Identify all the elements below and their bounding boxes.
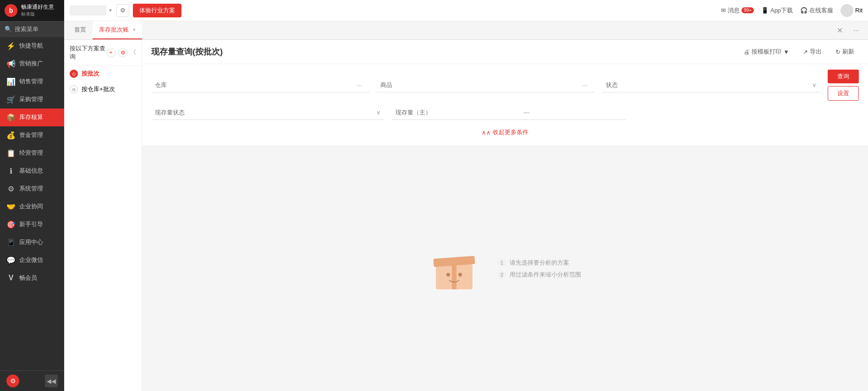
sidebar-item-label: 新手引导 (19, 220, 43, 228)
query-btn[interactable]: 查询 (828, 70, 859, 83)
tab-close-window-btn[interactable]: ✕ (831, 22, 848, 38)
inventory-amount-label: 现存量（主） (396, 109, 431, 117)
main-area: ▼ ⚙ 体验行业方案 ✉ 消息 99+ 📱 App下载 🎧 在线客服 Rit (64, 0, 868, 391)
online-service-btn[interactable]: 🎧 在线客服 (800, 6, 833, 15)
sidebar-settings-button[interactable]: ⚙ (6, 375, 19, 387)
empty-illustration (429, 244, 479, 294)
sidebar-item-system[interactable]: ⚙ 系统管理 (0, 180, 64, 198)
set-btn[interactable]: 设置 (828, 86, 859, 101)
sidebar-search[interactable]: 🔍 搜索菜单 (0, 22, 64, 37)
content-area: 按以下方案查询 + ⚙ 《 ⊙ 按批次 ⊙ 按仓库+批次 现存量查询(按批次) (64, 40, 868, 391)
tab-close-icon[interactable]: × (132, 27, 136, 33)
sidebar-item-label: 营销推广 (19, 60, 43, 68)
sidebar-item-newbie[interactable]: 🎯 新手引导 (0, 216, 64, 234)
tab-inventory-batch[interactable]: 库存批次账 × (93, 21, 142, 39)
quick-nav-icon: ⚡ (6, 42, 16, 50)
add-plan-btn[interactable]: + (106, 48, 115, 57)
status-input[interactable] (618, 78, 812, 92)
sidebar-item-sales[interactable]: 📊 销售管理 (0, 73, 64, 91)
inventory-status-filter: 现存量状态 ∨ (151, 105, 385, 120)
breadcrumb-chevron-icon: ▼ (108, 8, 113, 13)
wechat-icon: 💬 (6, 256, 16, 265)
export-icon: ↗ (803, 49, 808, 55)
sidebar-item-label: 资金管理 (19, 131, 43, 139)
print-btn[interactable]: 🖨 按模板打印 ▼ (739, 45, 794, 58)
filter-row-2: 现存量状态 ∨ 现存量（主） — (151, 105, 859, 120)
avatar-circle (841, 4, 853, 17)
hint-text-1: 请先选择要分析的方案 (510, 259, 569, 267)
refresh-btn[interactable]: ↻ 刷新 (831, 45, 859, 58)
hint-item-2: 2 用过滤条件来缩小分析范围 (498, 271, 581, 279)
operations-icon: 📋 (6, 149, 16, 157)
sidebar-item-label: 库存核算 (19, 113, 43, 121)
sidebar-item-label: 应用中心 (19, 238, 43, 246)
sidebar-item-label: 快捷导航 (19, 42, 43, 50)
warehouse-input[interactable] (167, 78, 353, 92)
empty-state: 1 请先选择要分析的方案 2 用过滤条件来缩小分析范围 (142, 146, 868, 391)
app-download-btn[interactable]: 📱 App下载 (761, 6, 793, 15)
export-btn[interactable]: ↗ 导出 (798, 45, 826, 58)
warehouse-filter: 仓库 ··· (151, 78, 369, 92)
finance-icon: 💰 (6, 131, 16, 140)
product-filter: 商品 ··· (377, 78, 595, 92)
sidebar-item-wechat[interactable]: 💬 企业微信 (0, 251, 64, 269)
sidebar-item-app-center[interactable]: 📱 应用中心 (0, 234, 64, 251)
sidebar-item-label: 基础信息 (19, 167, 43, 175)
sidebar-item-vip[interactable]: V 畅会员 (0, 269, 64, 287)
sidebar-item-inventory[interactable]: 📦 库存核算 (0, 109, 64, 126)
marketing-icon: 📢 (6, 60, 16, 68)
sidebar-item-label: 采购管理 (19, 95, 43, 103)
sidebar-item-marketing[interactable]: 📢 营销推广 (0, 55, 64, 73)
inventory-status-input[interactable] (185, 105, 376, 120)
sidebar-nav: ⚡ 快捷导航 📢 营销推广 📊 销售管理 🛒 采购管理 📦 库存核算 💰 资金管… (0, 37, 64, 370)
user-avatar[interactable]: Rit (841, 4, 863, 17)
refresh-label: 刷新 (842, 48, 854, 56)
plan-dot-red: ⊙ (70, 70, 78, 78)
settings-plan-btn[interactable]: ⚙ (118, 48, 127, 57)
product-more-btn[interactable]: ··· (578, 81, 591, 89)
inventory-amount-from[interactable] (431, 105, 520, 120)
basic-info-icon: ℹ (6, 167, 16, 175)
search-label: 搜索菜单 (15, 25, 38, 33)
plan-item-by-batch[interactable]: ⊙ 按批次 (64, 66, 142, 81)
sidebar-item-label: 经营管理 (19, 149, 43, 157)
filter-dash: — (520, 109, 533, 116)
sidebar-item-enterprise[interactable]: 🤝 企业协同 (0, 198, 64, 216)
sidebar-item-quick-nav[interactable]: ⚡ 快捷导航 (0, 37, 64, 55)
tab-expand-btn[interactable]: ⋯ (848, 22, 864, 38)
inventory-amount-to[interactable] (533, 105, 622, 120)
warehouse-more-btn[interactable]: ··· (353, 81, 366, 89)
print-chevron-icon: ▼ (783, 49, 789, 55)
filters-area: 仓库 ··· 商品 ··· 状态 ∨ 查询 (142, 64, 868, 146)
message-badge: 99+ (742, 7, 754, 13)
vip-icon: V (6, 274, 16, 282)
inv-status-arrow-icon: ∨ (376, 109, 381, 116)
sidebar-item-finance[interactable]: 💰 资金管理 (0, 126, 64, 144)
collapse-filters-btn[interactable]: ∧∧ 收起更多条件 (480, 126, 530, 138)
app-subtitle: 标准版 (21, 11, 54, 17)
sidebar-header: b 畅康通好生意 标准版 (0, 0, 64, 22)
sidebar-item-operations[interactable]: 📋 经营管理 (0, 144, 64, 162)
sidebar-item-purchase[interactable]: 🛒 采购管理 (0, 91, 64, 109)
experience-btn[interactable]: 体验行业方案 (133, 4, 181, 17)
plan-label-by-batch: 按批次 (82, 70, 99, 78)
sidebar-item-basic-info[interactable]: ℹ 基础信息 (0, 162, 64, 180)
product-input[interactable] (392, 78, 578, 92)
breadcrumb: ▼ (70, 5, 113, 16)
app-center-icon: 📱 (6, 238, 16, 247)
left-panel-header: 按以下方案查询 + ⚙ 《 (64, 40, 142, 66)
collapse-panel-btn[interactable]: 《 (130, 48, 136, 57)
user-name: Rit (855, 7, 863, 14)
topbar-settings-button[interactable]: ⚙ (116, 4, 129, 17)
svg-point-3 (446, 273, 450, 277)
svg-rect-2 (452, 264, 456, 289)
sidebar-collapse-button[interactable]: ◀◀ (45, 375, 58, 387)
breadcrumb-input[interactable] (70, 5, 106, 16)
plan-item-warehouse-batch[interactable]: ⊙ 按仓库+批次 (64, 81, 142, 97)
plan-dot-outline: ⊙ (70, 85, 78, 93)
collapse-label: 收起更多条件 (493, 128, 528, 136)
tab-home[interactable]: 首页 (68, 21, 93, 39)
export-label: 导出 (810, 48, 822, 56)
message-btn[interactable]: ✉ 消息 99+ (721, 6, 754, 15)
page-header: 现存量查询(按批次) 🖨 按模板打印 ▼ ↗ 导出 ↻ 刷新 (142, 40, 868, 64)
